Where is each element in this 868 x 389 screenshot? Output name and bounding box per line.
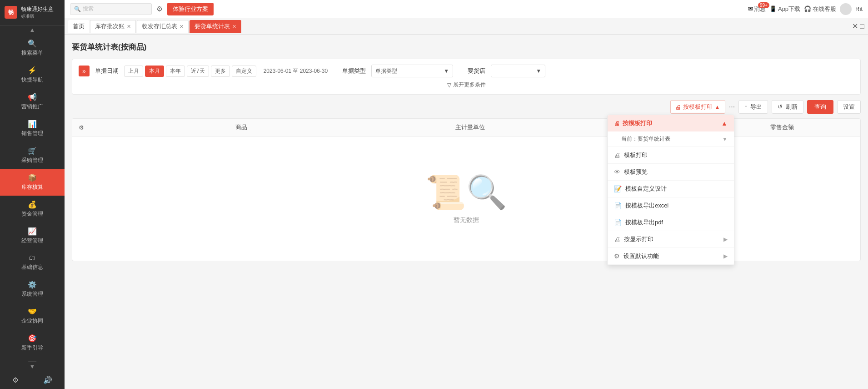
sidebar-item-inventory[interactable]: 📦 库存核算 xyxy=(0,169,65,196)
printer-icon: 🖨 xyxy=(675,104,681,111)
more-icon[interactable]: ··· xyxy=(729,103,735,111)
date-btn-7days[interactable]: 近7天 xyxy=(187,66,209,77)
dropdown-item-preview[interactable]: 👁 模板预览 xyxy=(608,164,734,181)
messages-badge: 99+ xyxy=(758,2,769,8)
sound-icon[interactable]: 🔊 xyxy=(43,376,52,384)
dropdown-arrow-icon: ▼ xyxy=(444,68,449,74)
current-template-label: 当前：要货单统计表 xyxy=(621,135,670,143)
tab-close-all-icon[interactable]: ✕ xyxy=(852,22,858,30)
sidebar-item-label: 新手引导 xyxy=(21,344,43,352)
tab-receipt-summary-label: 收发存汇总表 xyxy=(142,22,177,30)
filter-panel: » 单据日期 上月 本月 本年 近7天 更多 自定义 2023-06-01 至 … xyxy=(72,59,861,95)
tab-close-icon[interactable]: ✕ xyxy=(232,24,236,30)
tab-inventory-batch[interactable]: 库存批次账 ✕ xyxy=(90,20,136,33)
dropdown-item-export-pdf[interactable]: 📄 按模板导出pdf xyxy=(608,214,734,231)
expand-down-icon: ▽ xyxy=(447,82,451,88)
refresh-button[interactable]: ↺ 刷新 xyxy=(772,100,803,114)
sidebar-item-sales[interactable]: 📊 销售管理 xyxy=(0,115,65,142)
date-btn-more[interactable]: 更多 xyxy=(211,66,230,77)
goods-filter-select[interactable]: ▼ xyxy=(491,65,545,77)
header-search-box[interactable]: 🔍 搜索 xyxy=(70,3,152,15)
date-btn-current-year[interactable]: 本年 xyxy=(166,66,185,77)
inventory-icon: 📦 xyxy=(28,173,37,182)
settings-button[interactable]: 设置 xyxy=(837,100,861,114)
tab-close-icon[interactable]: ✕ xyxy=(127,24,131,30)
sales-icon: 📊 xyxy=(28,120,37,128)
date-filter-label: 单据日期 xyxy=(95,67,119,75)
dropdown-item-print[interactable]: 🖨 模板打印 xyxy=(608,147,734,164)
sidebar-item-quicknav[interactable]: ⚡ 快捷导航 xyxy=(0,61,65,88)
date-btn-custom[interactable]: 自定义 xyxy=(232,66,256,77)
dropdown-item-export-excel[interactable]: 📄 按模板导出excel xyxy=(608,197,734,214)
guide-icon: 🎯 xyxy=(28,334,37,343)
sidebar-item-label: 快捷导航 xyxy=(21,76,43,84)
tab-close-icon[interactable]: ✕ xyxy=(180,24,184,30)
filter-expand-row[interactable]: ▽ 展开更多条件 xyxy=(447,81,486,89)
date-btn-prev-month[interactable]: 上月 xyxy=(124,66,143,77)
sidebar-item-label: 库存核算 xyxy=(21,183,43,191)
tab-maximize-icon[interactable]: □ xyxy=(860,22,864,30)
phone-icon: 📱 xyxy=(769,5,777,12)
sidebar-item-label: 搜索菜单 xyxy=(21,49,43,57)
sidebar-item-basic[interactable]: 🗂 基础信息 xyxy=(0,249,65,276)
app-name-wrap: 畅康通好生意 标准版 xyxy=(21,5,54,20)
sidebar-scroll-down[interactable]: ▼ xyxy=(0,362,65,371)
sub-arrow-icon: ▶ xyxy=(723,236,728,242)
sidebar-item-operations[interactable]: 📈 经营管理 xyxy=(0,222,65,249)
sidebar-item-search[interactable]: 🔍 搜索菜单 xyxy=(0,35,65,61)
tab-receipt-summary[interactable]: 收发存汇总表 ✕ xyxy=(137,20,189,33)
table-header: ⚙ 商品 主计量单位 主数量 零售金额 xyxy=(72,119,860,136)
sidebar-item-marketing[interactable]: 📢 营销推广 xyxy=(0,88,65,115)
dropdown-title-text: 按模板打印 xyxy=(623,119,652,127)
sidebar-item-system[interactable]: ⚙️ 系统管理 xyxy=(0,276,65,303)
tab-inventory-batch-label: 库存批次账 xyxy=(95,22,125,30)
settings-icon[interactable]: ⚙ xyxy=(12,376,19,384)
sidebar-item-collab[interactable]: 🤝 企业协同 xyxy=(0,303,65,329)
sidebar-item-label: 资金管理 xyxy=(21,210,43,218)
export-button[interactable]: ↑ 导出 xyxy=(738,100,768,114)
tab-order-stats[interactable]: 要货单统计表 ✕ xyxy=(190,20,241,33)
dropdown-sub-default-setting[interactable]: ⚙ 设置默认功能 ▶ xyxy=(608,248,734,265)
query-button[interactable]: 查询 xyxy=(807,100,833,114)
pdf-item-icon: 📄 xyxy=(614,219,622,226)
expand-label: 展开更多条件 xyxy=(453,81,486,89)
dropdown-sub-display-print[interactable]: 🖨 按显示打印 ▶ xyxy=(608,231,734,248)
filter-expand-toggle[interactable]: » xyxy=(79,66,90,76)
header-gear-icon[interactable]: ⚙ xyxy=(156,5,163,13)
sidebar-scroll-up[interactable]: ▲ xyxy=(0,25,65,35)
refresh-label: 刷新 xyxy=(786,103,798,110)
sub-arrow-icon: ▶ xyxy=(723,253,728,259)
sidebar-item-finance[interactable]: 💰 资金管理 xyxy=(0,196,65,222)
type-filter-select[interactable]: 单据类型 ▼ xyxy=(371,65,453,77)
app-download[interactable]: 📱 App下载 xyxy=(769,5,800,13)
sidebar-item-guide[interactable]: 🎯 新手引导 xyxy=(0,329,65,356)
toolbar: 🖨 按模板打印 ▲ 🖨 按模板打印 ▲ xyxy=(72,100,861,114)
messages-wrap[interactable]: ✉ 消息 99+ xyxy=(748,5,766,13)
sidebar-item-appcenter[interactable]: 🔲 应用中心 xyxy=(0,356,65,362)
app-label: App下载 xyxy=(778,5,800,13)
dropdown-close-icon[interactable]: ▲ xyxy=(721,120,728,127)
basic-icon: 🗂 xyxy=(29,254,36,262)
print-template-label: 按模板打印 xyxy=(683,103,713,111)
dropdown-arrow-icon: ▼ xyxy=(536,68,541,74)
dropdown-title: 🖨 按模板打印 xyxy=(614,119,652,127)
export-label: 导出 xyxy=(750,103,762,110)
date-btn-current-month[interactable]: 本月 xyxy=(145,66,164,77)
app-logo-icon: 畅 xyxy=(5,6,17,19)
avatar[interactable] xyxy=(840,3,852,15)
trial-button[interactable]: 体验行业方案 xyxy=(167,3,214,15)
dropdown-current-template[interactable]: 当前：要货单统计表 ▼ xyxy=(608,131,734,147)
sidebar-item-label: 基础信息 xyxy=(21,263,43,271)
sidebar-item-purchase[interactable]: 🛒 采购管理 xyxy=(0,142,65,169)
data-table: ⚙ 商品 主计量单位 主数量 零售金额 📜🔍 xyxy=(72,118,861,261)
th-gear[interactable]: ⚙ xyxy=(72,120,90,136)
display-print-icon: 🖨 xyxy=(614,236,620,243)
dropdown-item-custom-design[interactable]: 📝 模板自定义设计 xyxy=(608,181,734,197)
print-template-button[interactable]: 🖨 按模板打印 ▲ xyxy=(670,100,725,114)
tab-home[interactable]: 首页 xyxy=(68,20,89,33)
print-dropdown-panel: 🖨 按模板打印 ▲ 当前：要货单统计表 ▼ 🖨 xyxy=(607,115,734,265)
headset-icon: 🎧 xyxy=(804,5,811,12)
page-title: 要货单统计表(按商品) xyxy=(72,42,861,52)
online-service[interactable]: 🎧 在线客服 xyxy=(804,5,836,13)
user-name: Rit xyxy=(855,5,863,12)
